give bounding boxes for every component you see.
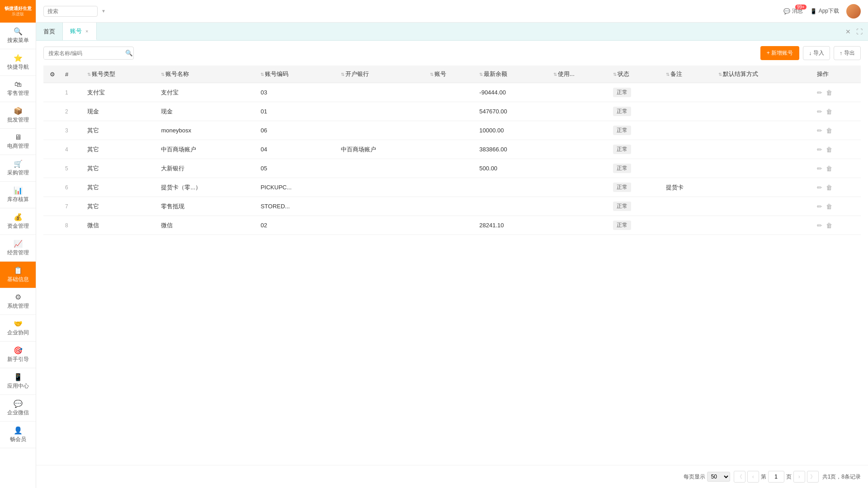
sidebar-item-cooperation[interactable]: 🤝 企业协同 [0, 315, 36, 342]
tab-account[interactable]: 账号 × [63, 23, 97, 40]
col-name[interactable]: ⇅账号名称 [157, 66, 257, 83]
edit-button[interactable]: ✏ [817, 203, 822, 210]
ecommerce-icon: 🖥 [14, 133, 22, 141]
delete-button[interactable]: 🗑 [826, 146, 832, 153]
cooperation-icon: 🤝 [14, 319, 23, 328]
page-size-selector: 每页显示 50 100 200 [684, 472, 730, 482]
edit-button[interactable]: ✏ [817, 165, 822, 172]
delete-button[interactable]: 🗑 [826, 165, 832, 172]
topbar-search-input[interactable] [43, 6, 98, 17]
edit-button[interactable]: ✏ [817, 89, 822, 96]
topbar: ▼ 💬 消息 99+ 📱 App下载 [36, 0, 868, 23]
import-button[interactable]: ↓ 导入 [803, 46, 830, 60]
row-actions: ✏ 🗑 [813, 159, 861, 178]
export-label: 导出 [844, 49, 855, 57]
sidebar-item-purchase[interactable]: 🛒 采购管理 [0, 155, 36, 182]
col-remark[interactable]: ⇅备注 [662, 66, 714, 83]
row-account [426, 216, 476, 235]
delete-button[interactable]: 🗑 [826, 203, 832, 210]
account-search-button[interactable]: 🔍 [121, 47, 134, 59]
row-account [426, 197, 476, 216]
tab-close-all-button[interactable]: ✕ [844, 26, 853, 37]
delete-button[interactable]: 🗑 [826, 184, 832, 191]
page-size-select[interactable]: 50 100 200 [707, 472, 730, 482]
next-page-button[interactable]: › [793, 471, 805, 483]
row-status: 正常 [609, 140, 663, 159]
sidebar-item-enterprise-wechat[interactable]: 💬 企业微信 [0, 395, 36, 422]
page-navigation: 《 ‹ 第 页 › 》 [734, 471, 819, 483]
col-balance[interactable]: ⇅最新余额 [476, 66, 550, 83]
row-status: 正常 [609, 216, 663, 235]
inventory-icon: 📊 [14, 186, 23, 195]
sidebar-item-label: 应用中心 [7, 382, 29, 390]
edit-button[interactable]: ✏ [817, 146, 822, 153]
delete-button[interactable]: 🗑 [826, 89, 832, 96]
row-actions: ✏ 🗑 [813, 216, 861, 235]
col-code[interactable]: ⇅账号编码 [257, 66, 337, 83]
col-account[interactable]: ⇅账号 [426, 66, 476, 83]
sidebar-item-search[interactable]: 🔍 搜索菜单 [0, 23, 36, 49]
row-usage [550, 83, 609, 102]
edit-button[interactable]: ✏ [817, 184, 822, 191]
sidebar-item-inventory[interactable]: 📊 库存核算 [0, 182, 36, 208]
edit-button[interactable]: ✏ [817, 108, 822, 115]
wholesale-icon: 📦 [14, 107, 23, 115]
sidebar-item-operations[interactable]: 📈 经营管理 [0, 235, 36, 262]
col-usage[interactable]: ⇅使用... [550, 66, 609, 83]
sidebar-item-quicknav[interactable]: ⭐ 快捷导航 [0, 49, 36, 76]
col-settings[interactable]: ⚙ [43, 66, 61, 83]
row-bank: 中百商场账户 [337, 140, 426, 159]
account-table: ⚙ # ⇅账号类型 ⇅账号名称 ⇅账号编码 ⇅开户银行 ⇅账号 ⇅最新余额 ⇅使… [43, 66, 861, 235]
add-account-button[interactable]: + 新增账号 [760, 46, 799, 60]
last-page-button[interactable]: 》 [807, 471, 819, 483]
status-badge: 正常 [613, 145, 631, 154]
page-input[interactable] [768, 471, 784, 483]
row-remark [662, 159, 714, 178]
tab-home[interactable]: 首页 [36, 23, 63, 40]
col-settlement[interactable]: ⇅默认结算方式 [715, 66, 813, 83]
sidebar-item-finance[interactable]: 💰 资金管理 [0, 208, 36, 235]
status-badge: 正常 [613, 126, 631, 135]
sidebar-item-basic-info[interactable]: 📋 基础信息 [0, 262, 36, 288]
tab-close-icon[interactable]: × [85, 28, 89, 34]
message-button[interactable]: 💬 消息 99+ [783, 7, 803, 15]
operations-icon: 📈 [14, 239, 23, 248]
row-bank [337, 83, 426, 102]
status-badge: 正常 [613, 107, 631, 116]
sidebar-item-label: 采购管理 [7, 169, 29, 177]
status-badge: 正常 [613, 202, 631, 211]
export-button[interactable]: ↑ 导出 [834, 46, 861, 60]
topbar-dropdown-icon[interactable]: ▼ [101, 9, 106, 14]
delete-button[interactable]: 🗑 [826, 127, 832, 134]
delete-button[interactable]: 🗑 [826, 222, 832, 229]
sidebar-item-wholesale[interactable]: 📦 批发管理 [0, 102, 36, 129]
sidebar-item-guide[interactable]: 🎯 新手引导 [0, 342, 36, 368]
user-avatar[interactable] [846, 4, 861, 19]
prev-page-button[interactable]: ‹ [747, 471, 759, 483]
account-search-input[interactable] [44, 47, 121, 59]
sidebar-item-app-center[interactable]: 📱 应用中心 [0, 368, 36, 395]
row-account [426, 140, 476, 159]
row-status: 正常 [609, 102, 663, 121]
col-type[interactable]: ⇅账号类型 [84, 66, 158, 83]
col-status[interactable]: ⇅状态 [609, 66, 663, 83]
row-balance: 28241.10 [476, 216, 550, 235]
row-account [426, 159, 476, 178]
edit-button[interactable]: ✏ [817, 127, 822, 134]
edit-button[interactable]: ✏ [817, 222, 822, 229]
row-balance [476, 197, 550, 216]
sidebar-item-member[interactable]: 👤 畅会员 [0, 422, 36, 448]
sidebar-item-ecommerce[interactable]: 🖥 电商管理 [0, 129, 36, 155]
delete-button[interactable]: 🗑 [826, 108, 832, 115]
tab-home-label: 首页 [43, 28, 55, 36]
row-settings-cell [43, 121, 61, 140]
col-bank[interactable]: ⇅开户银行 [337, 66, 426, 83]
app-download-button[interactable]: 📱 App下载 [810, 7, 839, 15]
tab-fullscreen-button[interactable]: ⛶ [854, 26, 864, 37]
sidebar-item-system[interactable]: ⚙ 系统管理 [0, 288, 36, 315]
sidebar-item-retail[interactable]: 🛍 零售管理 [0, 76, 36, 102]
row-actions: ✏ 🗑 [813, 121, 861, 140]
first-page-button[interactable]: 《 [734, 471, 745, 483]
row-status: 正常 [609, 159, 663, 178]
row-bank [337, 216, 426, 235]
